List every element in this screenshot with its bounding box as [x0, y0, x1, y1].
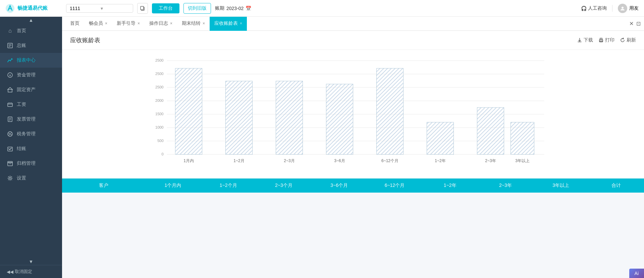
tab-oplog-close[interactable]: × [170, 21, 172, 26]
tab-close-all-icon[interactable]: ✕ [629, 20, 634, 27]
svg-point-27 [9, 177, 11, 179]
svg-rect-29 [600, 38, 602, 40]
sidebar-label-salary: 工资 [17, 101, 26, 108]
sidebar-item-closing[interactable]: 结账 [0, 141, 62, 156]
main-layout: ▲ ⌂ 首页 总账 报表中心 ¥ 资金管理 固定资产 [0, 17, 644, 278]
refresh-label: 刷新 [627, 37, 636, 43]
account-selector[interactable]: 1111 ▾ [66, 4, 133, 13]
svg-point-22 [11, 134, 12, 135]
svg-rect-48 [175, 68, 202, 154]
svg-point-21 [9, 133, 10, 134]
ledger-icon [7, 42, 13, 49]
tab-member[interactable]: 畅会员 × [84, 17, 112, 31]
download-button[interactable]: 下载 [577, 37, 593, 43]
period-label: 账期 [215, 5, 224, 11]
sidebar-item-assets[interactable]: 固定资产 [0, 82, 62, 97]
sidebar-label-ledger: 总账 [17, 43, 26, 49]
archive-icon [7, 160, 13, 167]
copy-icon [140, 6, 145, 11]
col-total: 合计 [589, 183, 644, 189]
svg-rect-10 [8, 89, 12, 92]
sidebar-label-tax: 税务管理 [17, 131, 36, 137]
headset-icon: 🎧 [581, 6, 587, 11]
col-3plus-years: 3年以上 [533, 183, 589, 189]
tab-period-close[interactable]: × [203, 21, 205, 26]
content-area: 首页 畅会员 × 新手引导 × 操作日志 × 期末结转 × 应收账龄表 × [62, 17, 644, 278]
sidebar: ▲ ⌂ 首页 总账 报表中心 ¥ 资金管理 固定资产 [0, 17, 62, 278]
tab-aging-label: 应收账龄表 [214, 20, 238, 26]
support-button[interactable]: 🎧 人工咨询 [581, 5, 607, 11]
tab-guide-close[interactable]: × [138, 21, 140, 26]
sidebar-item-salary[interactable]: 工资 [0, 97, 62, 112]
tab-member-close[interactable]: × [105, 21, 107, 26]
tab-maximize-icon[interactable]: ⊡ [636, 20, 641, 27]
assets-icon [7, 86, 13, 93]
sidebar-item-home[interactable]: ⌂ 首页 [0, 23, 62, 38]
page-title: 应收账龄表 [70, 36, 100, 44]
bar-chart: 2500 2500 2500 2000 1500 1000 500 0 [65, 57, 634, 170]
workbench-button[interactable]: 工作台 [152, 3, 179, 13]
tab-oplog[interactable]: 操作日志 × [145, 17, 177, 31]
tab-guide-label: 新手引导 [117, 20, 136, 26]
cancel-fixed-button[interactable]: ◀◀ 取消固定 [0, 265, 62, 278]
sidebar-item-settings[interactable]: 设置 [0, 171, 62, 186]
sidebar-scroll-down[interactable]: ▼ [0, 258, 62, 265]
account-name: 1111 [70, 6, 99, 11]
ai-button[interactable]: Ai [629, 269, 644, 278]
tab-oplog-label: 操作日志 [149, 20, 168, 26]
calendar-icon[interactable]: 📅 [246, 6, 251, 11]
sidebar-label-home: 首页 [17, 28, 26, 34]
avatar [618, 4, 627, 13]
print-label: 打印 [605, 37, 614, 43]
svg-rect-54 [326, 84, 353, 154]
svg-text:3年以上: 3年以上 [515, 158, 530, 163]
reports-icon [7, 57, 13, 64]
refresh-icon [620, 38, 625, 43]
tab-period[interactable]: 期末结转 × [177, 17, 210, 31]
home-icon: ⌂ [7, 27, 13, 34]
tabs-bar: 首页 畅会员 × 新手引导 × 操作日志 × 期末结转 × 应收账龄表 × [62, 17, 644, 31]
tab-member-label: 畅会员 [89, 20, 103, 26]
tax-icon [7, 131, 13, 137]
logo-icon [5, 4, 15, 13]
svg-text:1~2年: 1~2年 [435, 158, 445, 163]
sidebar-label-funds: 资金管理 [17, 72, 36, 78]
sidebar-item-invoice[interactable]: 发票管理 [0, 112, 62, 127]
svg-rect-2 [141, 6, 144, 10]
closing-icon [7, 145, 13, 152]
user-menu[interactable]: 用友 [618, 4, 639, 13]
sidebar-label-archive: 归档管理 [17, 160, 36, 166]
svg-rect-58 [427, 122, 454, 154]
sidebar-label-invoice: 发票管理 [17, 116, 36, 122]
col-1to2years: 1~2年 [422, 183, 478, 189]
col-6to12months: 6~12个月 [367, 183, 422, 189]
copy-button[interactable] [137, 3, 148, 14]
tab-aging-close[interactable]: × [240, 21, 242, 26]
tab-home[interactable]: 首页 [65, 17, 84, 31]
sidebar-item-archive[interactable]: 归档管理 [0, 156, 62, 171]
sidebar-item-reports[interactable]: 报表中心 [0, 53, 62, 68]
svg-text:1月内: 1月内 [183, 158, 194, 163]
tab-period-label: 期末结转 [182, 20, 201, 26]
download-label: 下载 [584, 37, 593, 43]
settings-icon [7, 175, 13, 182]
svg-text:2~3月: 2~3月 [284, 158, 294, 163]
tab-guide[interactable]: 新手引导 × [112, 17, 145, 31]
print-button[interactable]: 打印 [598, 37, 614, 43]
refresh-button[interactable]: 刷新 [620, 37, 636, 43]
sidebar-label-reports: 报表中心 [17, 57, 36, 63]
svg-rect-52 [276, 81, 303, 154]
sidebar-scroll-up[interactable]: ▲ [0, 17, 62, 23]
svg-rect-50 [226, 81, 253, 154]
switch-version-button[interactable]: 切到旧版 [183, 3, 211, 14]
svg-rect-25 [8, 161, 12, 163]
page-header: 应收账龄表 下载 打印 刷新 [62, 31, 644, 50]
sidebar-item-ledger[interactable]: 总账 [0, 38, 62, 53]
page-content: 应收账龄表 下载 打印 刷新 [62, 31, 644, 278]
svg-rect-30 [600, 41, 602, 42]
sidebar-item-funds[interactable]: ¥ 资金管理 [0, 68, 62, 82]
tab-aging[interactable]: 应收账龄表 × [210, 17, 247, 31]
col-2to3years: 2~3年 [478, 183, 533, 189]
sidebar-item-tax[interactable]: 税务管理 [0, 127, 62, 141]
funds-icon: ¥ [7, 72, 13, 78]
